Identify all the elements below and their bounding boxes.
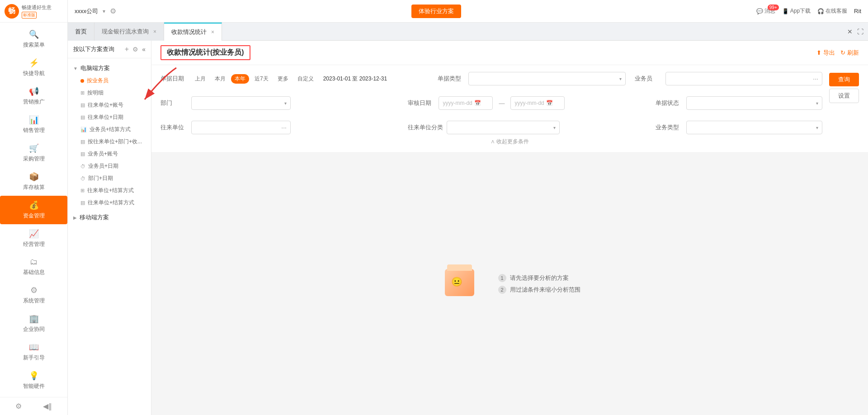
tree-item-by-salesperson[interactable]: 按业务员 (68, 75, 151, 87)
tree-group-desktop[interactable]: ▼ 电脑端方案 (68, 62, 151, 75)
inventory-icon: 📦 (29, 172, 39, 182)
tree-item-unit-account[interactable]: ▤ 往来单位+账号 (68, 99, 151, 111)
tree-item-icon: ⏱ (80, 164, 85, 169)
tabs-right-actions: ✕ ⛶ (847, 28, 868, 35)
main-area: xxxx公司 ▾ ⚙ 体验行业方案 💬 消息 99+ 📱 App下载 🎧 (68, 0, 868, 415)
top-bar: xxxx公司 ▾ ⚙ 体验行业方案 💬 消息 99+ 📱 App下载 🎧 (68, 0, 868, 23)
tab-home[interactable]: 首页 (68, 23, 94, 41)
review-date-end-input[interactable]: yyyy-mm-dd 📅 (510, 96, 565, 110)
tree-item-icon: ▤ (80, 114, 85, 120)
voucher-status-chevron-icon: ▾ (816, 101, 818, 106)
sidebar-item-purchase[interactable]: 🛒 采购管理 (0, 139, 67, 167)
sidebar-item-inventory[interactable]: 📦 库存核算 (0, 167, 67, 196)
left-panel-icons: + ⚙ « (125, 45, 146, 53)
footer-settings-icon[interactable]: ⚙ (15, 402, 22, 410)
tree-section: ▼ 电脑端方案 按业务员 ⊞ 按明细 ▤ 往来单位+账号 (68, 58, 151, 227)
sidebar-item-quicknav[interactable]: ⚡ 快捷导航 (0, 53, 67, 82)
tab-close-all-icon[interactable]: ✕ (847, 28, 853, 35)
app-download-item[interactable]: 📱 App下载 (782, 7, 811, 15)
sidebar-label: 快捷导航 (23, 70, 45, 77)
user-name: Rit (854, 8, 861, 14)
filter-biz-type-select[interactable]: ▾ (686, 121, 822, 134)
filter-partner-select[interactable]: ··· (191, 121, 291, 134)
tab-bank-close[interactable]: × (153, 28, 156, 35)
user-name-item[interactable]: Rit (854, 8, 861, 14)
date-tab-this-year[interactable]: 本年 (231, 74, 249, 84)
sidebar-label: 库存核算 (23, 184, 45, 191)
filter-row-3: 往来单位 ··· 往来单位分类 (160, 121, 822, 134)
date-tab-more[interactable]: 更多 (274, 74, 292, 84)
settings-button[interactable]: 设置 (829, 89, 859, 103)
sidebar-item-guide[interactable]: 📖 新手引导 (0, 338, 67, 366)
filter-dept-select[interactable]: ▾ (191, 96, 291, 110)
footer-collapse-icon[interactable]: ◀‖ (43, 402, 52, 410)
sidebar-item-system[interactable]: ⚙ 系统管理 (0, 281, 67, 309)
calendar-end-icon: 📅 (546, 100, 553, 106)
date-tab-last-month[interactable]: 上月 (191, 74, 209, 84)
tree-item-label: 按往来单位+部门+收... (88, 138, 142, 146)
sidebar-item-marketing[interactable]: 📢 营销推广 (0, 82, 67, 110)
refresh-button[interactable]: ↻ 刷新 (840, 49, 859, 57)
sidebar-item-hardware[interactable]: 💡 智能硬件 (0, 366, 67, 395)
tree-item-label: 业务员+日期 (88, 162, 118, 170)
tree-item-unit-payment2[interactable]: ▤ 往来单位+结算方式 (68, 197, 151, 209)
settings-scheme-icon[interactable]: ⚙ (132, 46, 138, 53)
tree-group-mobile[interactable]: ▶ 移动端方案 (68, 211, 151, 224)
add-scheme-icon[interactable]: + (125, 45, 129, 53)
system-icon: ⚙ (30, 285, 38, 295)
review-date-start-input[interactable]: yyyy-mm-dd 📅 (439, 96, 493, 110)
sidebar-item-corp[interactable]: 🏢 企业协同 (0, 309, 67, 338)
empty-illustration: 😐 (439, 264, 480, 304)
tree-item-icon: ▤ (80, 200, 85, 206)
tree-item-salesperson-date[interactable]: ⏱ 业务员+日期 (68, 160, 151, 172)
filter-voucher-type-item: 单据类型 ▾ (438, 72, 625, 85)
filter-salesperson-item: 业务员 ··· (635, 72, 822, 85)
online-service-item[interactable]: 🎧 在线客服 (817, 7, 847, 15)
tree-item-salesperson-payment[interactable]: 📊 业务员+结算方式 (68, 123, 151, 136)
tab-bank-label: 现金银行流水查询 (102, 28, 149, 36)
export-button[interactable]: ⬆ 导出 (816, 49, 835, 57)
online-service-label: 在线客服 (826, 7, 847, 15)
partner-more-icon[interactable]: ··· (281, 124, 287, 131)
tree-item-unit-dept-collect[interactable]: ▤ 按往来单位+部门+收... (68, 136, 151, 148)
date-tab-custom[interactable]: 自定义 (294, 74, 317, 84)
collapse-filter-btn[interactable]: ∧ 收起更多条件 (160, 138, 859, 146)
collapse-panel-icon[interactable]: « (142, 46, 146, 53)
filter-voucher-status-select[interactable]: ▾ (686, 96, 822, 110)
filter-partner-category-label: 往来单位分类 (408, 123, 443, 132)
tree-item-salesperson-account[interactable]: ▤ 业务员+账号 (68, 148, 151, 160)
hint-1-num: 1 (498, 274, 506, 282)
messages-icon: 💬 (756, 8, 763, 14)
date-tab-this-month[interactable]: 本月 (211, 74, 229, 84)
partner-category-chevron-icon: ▾ (553, 125, 556, 130)
tree-item-dept-date[interactable]: ⏱ 部门+日期 (68, 172, 151, 184)
filter-salesperson-select[interactable]: ··· (665, 72, 822, 85)
query-button[interactable]: 查询 (829, 73, 859, 86)
tab-receipt[interactable]: 收款情况统计 × (164, 23, 222, 41)
review-date-start-placeholder: yyyy-mm-dd (443, 100, 472, 106)
filter-voucher-type-select[interactable]: ▾ (468, 72, 625, 85)
chevron-down-icon[interactable]: ▾ (103, 8, 105, 14)
sidebar-label: 采购管理 (23, 155, 45, 163)
voucher-type-chevron-icon: ▾ (619, 76, 622, 81)
gear-settings-icon[interactable]: ⚙ (110, 7, 116, 15)
sidebar-item-search[interactable]: 🔍 搜索菜单 (0, 25, 67, 53)
tree-item-unit-date[interactable]: ▤ 往来单位+日期 (68, 111, 151, 123)
salesperson-more-icon[interactable]: ··· (813, 75, 818, 82)
tree-item-by-detail[interactable]: ⊞ 按明细 (68, 87, 151, 99)
tab-receipt-close[interactable]: × (211, 29, 214, 35)
tree-item-label: 业务员+结算方式 (90, 126, 131, 133)
messages-item[interactable]: 💬 消息 99+ (756, 7, 775, 15)
sidebar-item-ops[interactable]: 📈 经营管理 (0, 224, 67, 253)
sidebar-item-finance[interactable]: 💰 资金管理 (0, 196, 67, 224)
filter-partner-category-select[interactable]: ▾ (447, 121, 560, 134)
sidebar-item-sales[interactable]: 📊 销售管理 (0, 110, 67, 139)
tree-item-unit-payment1[interactable]: ⊞ 往来单位+结算方式 (68, 184, 151, 197)
sidebar-label: 系统管理 (23, 297, 45, 305)
sidebar-item-basic[interactable]: 🗂 基础信息 (0, 253, 67, 281)
tab-fullscreen-icon[interactable]: ⛶ (857, 28, 863, 35)
try-industry-button[interactable]: 体验行业方案 (411, 5, 461, 18)
tab-bank[interactable]: 现金银行流水查询 × (94, 23, 164, 41)
tree-item-icon: ▤ (80, 139, 85, 145)
date-tab-7days[interactable]: 近7天 (251, 74, 272, 84)
